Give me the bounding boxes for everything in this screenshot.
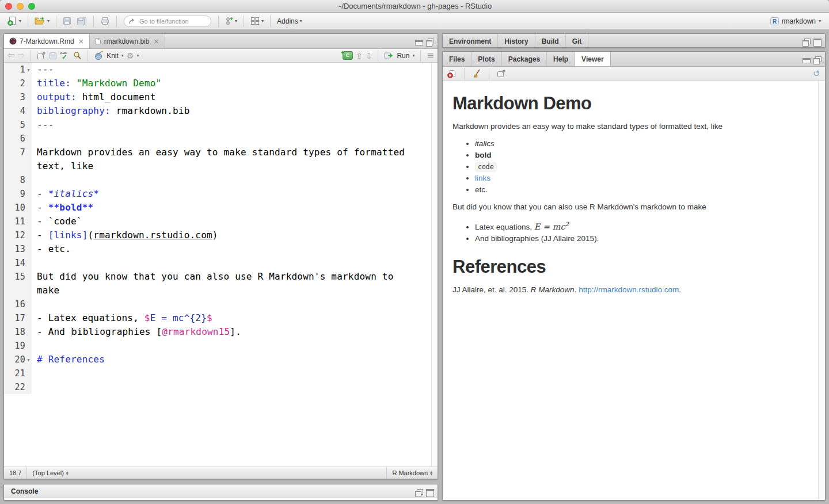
code-line[interactable]: 7 Markdown provides an easy way to make …	[4, 146, 438, 159]
links-hyperlink[interactable]: links	[475, 174, 490, 182]
tab-history[interactable]: History	[498, 34, 535, 48]
tab-help[interactable]: Help	[547, 52, 575, 66]
filetype-selector[interactable]: R Markdown ▲▼	[387, 467, 438, 479]
run-previous-icon[interactable]: ⇧	[356, 52, 363, 60]
tab-packages[interactable]: Packages	[502, 52, 547, 66]
goto-file-input[interactable]	[124, 16, 211, 27]
code-line[interactable]: 22	[4, 380, 438, 394]
code-line[interactable]: 1▾---	[4, 63, 438, 77]
project-menu-button[interactable]: R rmarkdown ▾	[770, 17, 823, 25]
code-line[interactable]: 20▾# References	[4, 353, 438, 366]
maximize-pane-icon[interactable]	[813, 39, 821, 45]
code-line[interactable]: 4 bibliography: rmarkdown.bib	[4, 104, 438, 118]
tab-7-markdown-rmd[interactable]: 7-Markdown.Rmd ×	[4, 34, 90, 48]
print-icon	[100, 17, 110, 25]
code-line[interactable]: 16	[4, 297, 438, 311]
zoom-window-button[interactable]	[28, 3, 35, 10]
close-tab-icon[interactable]: ×	[78, 37, 84, 45]
text-file-icon	[95, 37, 101, 45]
knit-button[interactable]: Knit	[107, 52, 119, 60]
maximize-pane-icon[interactable]	[813, 56, 821, 63]
fold-arrow-icon[interactable]: ▾	[25, 353, 32, 367]
print-button[interactable]	[98, 16, 112, 26]
code-line[interactable]: 11 - `code`	[4, 215, 438, 228]
refresh-icon[interactable]: ↻	[813, 68, 820, 79]
stop-viewer-icon[interactable]	[447, 69, 457, 78]
version-control-dropdown-icon[interactable]: ▾	[235, 18, 237, 24]
doc-paragraph: But did you know that you can also use R…	[452, 201, 804, 213]
reference-hyperlink[interactable]: http://rmarkdown.rstudio.com	[579, 285, 679, 294]
minimize-pane-icon[interactable]	[803, 56, 810, 63]
run-icon[interactable]	[384, 52, 394, 59]
tab-plots[interactable]: Plots	[471, 52, 501, 66]
workspace-panes-button[interactable]: ▾	[249, 16, 265, 26]
tab-rmarkdown-bib[interactable]: rmarkdown.bib ×	[90, 34, 165, 48]
maximize-pane-icon[interactable]	[426, 39, 433, 45]
spellcheck-icon[interactable]: ABC ✓	[60, 51, 70, 60]
knit-icon[interactable]	[94, 51, 104, 60]
code-line[interactable]: text, like	[4, 159, 438, 173]
code-line[interactable]: 5 ---	[4, 118, 438, 132]
save-button[interactable]	[61, 16, 73, 26]
code-line[interactable]: 21	[4, 366, 438, 380]
addins-button[interactable]: Addins ▾	[275, 16, 304, 26]
gear-dropdown-icon[interactable]: ▾	[136, 53, 139, 58]
tab-viewer[interactable]: Viewer	[575, 52, 610, 66]
minimize-window-button[interactable]	[17, 3, 24, 10]
document-outline-icon[interactable]: ≡	[427, 51, 434, 60]
editor-scrollbar[interactable]	[431, 63, 438, 467]
popout-window-icon[interactable]	[497, 70, 506, 78]
restore-pane-icon[interactable]	[803, 39, 810, 45]
popout-window-icon[interactable]	[37, 52, 46, 60]
fold-arrow-icon[interactable]: ▾	[25, 63, 32, 77]
project-name: rmarkdown	[782, 17, 816, 25]
code-line[interactable]: 15 But did you know that you can also us…	[4, 270, 438, 284]
new-file-dropdown-icon[interactable]: ▾	[19, 18, 21, 24]
insert-chunk-button[interactable]: C	[343, 51, 353, 60]
back-icon[interactable]: ⇦	[7, 51, 15, 60]
code-line[interactable]: 12 - [links](rmarkdown.rstudio.com)	[4, 228, 438, 242]
version-control-button[interactable]: ▾	[223, 16, 239, 27]
code-line[interactable]: 14	[4, 256, 438, 270]
gear-icon[interactable]: ⚙	[127, 52, 134, 60]
code-line[interactable]: 10 - **bold**	[4, 201, 438, 215]
run-next-icon[interactable]: ⇩	[366, 52, 372, 60]
code-line[interactable]: 9 - *italics*	[4, 187, 438, 201]
panes-dropdown-icon[interactable]: ▾	[261, 18, 264, 24]
minimize-pane-icon[interactable]	[415, 39, 423, 45]
close-tab-icon[interactable]: ×	[153, 37, 159, 45]
save-icon[interactable]	[49, 52, 57, 60]
toolbar-separator	[93, 16, 94, 27]
code-line[interactable]: 19	[4, 339, 438, 353]
find-replace-icon[interactable]	[73, 51, 82, 60]
code-line[interactable]: 2 title: "Markdown Demo"	[4, 77, 438, 90]
tab-environment[interactable]: Environment	[443, 34, 498, 48]
scope-selector[interactable]: (Top Level) ▲▼	[27, 467, 73, 479]
code-line[interactable]: 3 output: html_document	[4, 90, 438, 104]
run-button[interactable]: Run	[397, 52, 409, 60]
tab-files[interactable]: Files	[443, 52, 471, 66]
save-all-button[interactable]	[75, 16, 89, 26]
run-dropdown-icon[interactable]: ▾	[412, 53, 414, 58]
close-window-button[interactable]	[5, 3, 12, 10]
console-header[interactable]: Console	[4, 484, 438, 498]
new-file-button[interactable]: ▾	[6, 15, 23, 27]
open-file-dropdown-icon[interactable]: ▾	[47, 18, 50, 24]
forward-icon[interactable]: ⇨	[18, 51, 25, 60]
code-line[interactable]: 13 - etc.	[4, 242, 438, 256]
open-file-button[interactable]: ▾	[33, 16, 51, 26]
code-line[interactable]: make	[4, 284, 438, 297]
code-line[interactable]: 18 - And bibliographies [@rmarkdown15].	[4, 325, 438, 339]
code-line[interactable]: 6	[4, 132, 438, 146]
broom-icon[interactable]	[472, 69, 481, 78]
tab-build[interactable]: Build	[535, 34, 566, 48]
tab-git[interactable]: Git	[566, 34, 589, 48]
viewer-scrollbar[interactable]	[818, 81, 825, 500]
knit-dropdown-icon[interactable]: ▾	[121, 53, 124, 58]
code-line[interactable]: 17 - Latex equations, $E = mc^{2}$	[4, 311, 438, 325]
line-number: 10	[4, 201, 32, 215]
code-line[interactable]: 8	[4, 173, 438, 187]
maximize-pane-icon[interactable]	[426, 489, 433, 495]
code-editor[interactable]: 1▾---2 title: "Markdown Demo"3 output: h…	[4, 63, 438, 467]
restore-pane-icon[interactable]	[415, 489, 423, 495]
